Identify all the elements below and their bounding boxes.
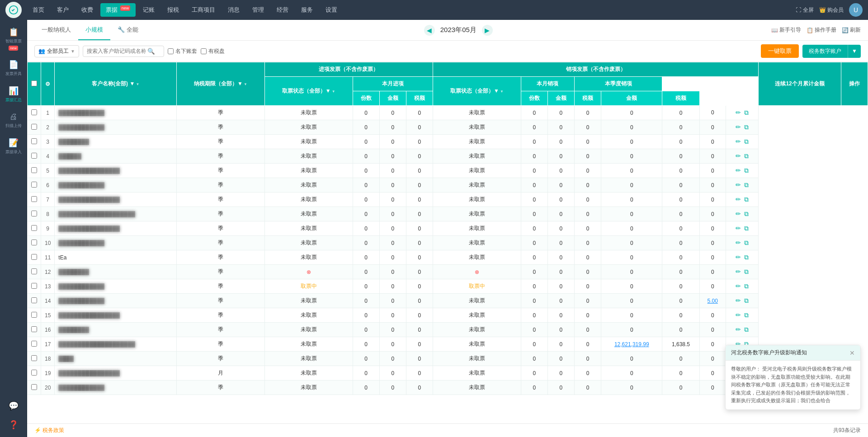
taxdisk-checkbox[interactable] (201, 48, 207, 54)
row-checkbox[interactable] (31, 196, 37, 202)
row-checkbox[interactable] (31, 182, 37, 188)
refresh-btn[interactable]: 🔄 刷新 (842, 26, 861, 34)
checkbox-accounts[interactable]: 名下账套 (168, 47, 197, 55)
th-out-status[interactable]: 取票状态（全部）▼ (433, 77, 521, 106)
copy-icon[interactable]: ⧉ (744, 210, 749, 217)
row-checkbox[interactable] (31, 268, 37, 274)
copy-icon[interactable]: ⧉ (744, 254, 749, 261)
edit-icon[interactable]: ✏ (736, 152, 741, 160)
edit-icon[interactable]: ✏ (736, 239, 741, 246)
nav-billing[interactable]: 收费 (76, 3, 99, 17)
new-guide-btn[interactable]: 📖 新手引导 (771, 26, 801, 34)
row-checkbox[interactable] (31, 138, 37, 144)
row-checkbox[interactable] (31, 370, 37, 376)
th-tax-period[interactable]: 纳税期限（全部）▼ (177, 62, 265, 106)
edit-icon[interactable]: ✏ (736, 123, 741, 131)
checkbox-taxdisk[interactable]: 有税盘 (201, 47, 225, 55)
sidebar-item-entry[interactable]: 📝 票据录入 (2, 134, 25, 159)
nav-tax[interactable]: 报税 (162, 3, 184, 17)
nav-manage[interactable]: 管理 (247, 3, 269, 17)
sidebar-item-help[interactable]: ❓ (2, 416, 25, 433)
copy-icon[interactable]: ⧉ (744, 109, 749, 116)
search-input[interactable] (87, 48, 146, 54)
notification-close-btn[interactable]: ✕ (849, 349, 855, 357)
quarter-amount-value[interactable]: 12,621,319.99 (614, 341, 649, 348)
row-checkbox[interactable] (31, 312, 37, 318)
nav-invoice[interactable]: 票据 new (100, 3, 136, 17)
edit-icon[interactable]: ✏ (736, 326, 741, 333)
manual-btn[interactable]: 📋 操作手册 (807, 26, 836, 34)
th-in-status[interactable]: 取票状态（全部）▼ (264, 77, 353, 106)
cumulative-value[interactable]: 5.00 (708, 298, 718, 304)
accounts-checkbox[interactable] (168, 48, 174, 54)
user-avatar[interactable]: U (849, 3, 863, 17)
edit-icon[interactable]: ✏ (736, 297, 741, 304)
row-checkbox[interactable] (31, 254, 37, 260)
copy-icon[interactable]: ⧉ (744, 311, 749, 319)
tab-general[interactable]: 一般纳税人 (34, 20, 78, 40)
edit-icon[interactable]: ✏ (736, 268, 741, 275)
staff-select[interactable]: 👥 全部员工 ▼ (34, 45, 79, 57)
nav-accounting[interactable]: 记账 (137, 3, 160, 17)
one-key-btn[interactable]: 一键取票 (761, 44, 799, 58)
row-checkbox[interactable] (31, 124, 37, 130)
select-all-checkbox[interactable] (31, 80, 37, 86)
edit-icon[interactable]: ✏ (736, 138, 741, 145)
tab-small[interactable]: 小规模 (78, 20, 110, 40)
nav-customer[interactable]: 客户 (52, 3, 74, 17)
copy-icon[interactable]: ⧉ (744, 268, 749, 275)
sidebar-item-scan[interactable]: 🖨 扫描上传 (2, 108, 25, 132)
copy-icon[interactable]: ⧉ (744, 138, 749, 145)
tax-policy-link[interactable]: ⚡ 税务政策 (34, 427, 64, 434)
copy-icon[interactable]: ⧉ (744, 239, 749, 246)
sidebar-item-intelligent[interactable]: 📋 智能票票 new (2, 23, 25, 54)
edit-icon[interactable]: ✏ (736, 167, 741, 174)
row-checkbox[interactable] (31, 225, 37, 231)
sidebar-item-summary[interactable]: 📊 票据汇总 (2, 82, 25, 107)
nav-home[interactable]: 首页 (27, 3, 50, 17)
sidebar-item-invoice-open[interactable]: 📄 发票开具 (2, 56, 25, 80)
edit-icon[interactable]: ✏ (736, 254, 741, 261)
edit-icon[interactable]: ✏ (736, 311, 741, 319)
copy-icon[interactable]: ⧉ (744, 181, 749, 188)
nav-business[interactable]: 工商项目 (186, 3, 221, 17)
fullscreen-btn[interactable]: ⛶ 全屏 (796, 6, 813, 14)
row-checkbox[interactable] (31, 355, 37, 361)
row-checkbox[interactable] (31, 384, 37, 390)
digital-account-dropdown[interactable]: ▼ (848, 45, 861, 58)
edit-icon[interactable]: ✏ (736, 282, 741, 290)
row-checkbox[interactable] (31, 326, 37, 332)
copy-icon[interactable]: ⧉ (744, 123, 749, 131)
copy-icon[interactable]: ⧉ (744, 167, 749, 174)
row-checkbox[interactable] (31, 211, 37, 216)
row-checkbox[interactable] (31, 341, 37, 347)
sidebar-item-chat[interactable]: 💬 (2, 397, 25, 414)
row-checkbox[interactable] (31, 153, 37, 159)
row-checkbox[interactable] (31, 297, 37, 303)
row-checkbox[interactable] (31, 240, 37, 245)
row-checkbox[interactable] (31, 283, 37, 289)
edit-icon[interactable]: ✏ (736, 181, 741, 188)
digital-account-btn[interactable]: 税务数字账户 (802, 45, 848, 58)
copy-icon[interactable]: ⧉ (744, 297, 749, 304)
nav-service[interactable]: 服务 (296, 3, 318, 17)
row-checkbox[interactable] (31, 167, 37, 173)
edit-icon[interactable]: ✏ (736, 109, 741, 116)
tab-all[interactable]: 🔧 全能 (110, 20, 146, 40)
copy-icon[interactable]: ⧉ (744, 196, 749, 203)
nav-operation[interactable]: 经营 (271, 3, 294, 17)
edit-icon[interactable]: ✏ (736, 196, 741, 203)
copy-icon[interactable]: ⧉ (744, 225, 749, 232)
th-customer-name[interactable]: 客户名称(全部) ▼ (55, 62, 177, 106)
member-btn[interactable]: 👑 购会员 (819, 6, 844, 14)
copy-icon[interactable]: ⧉ (744, 326, 749, 333)
edit-icon[interactable]: ✏ (736, 210, 741, 217)
copy-icon[interactable]: ⧉ (744, 282, 749, 290)
search-button[interactable]: 🔍 (147, 48, 155, 55)
period-prev-btn[interactable]: ◀ (424, 25, 435, 36)
nav-settings[interactable]: 设置 (320, 3, 343, 17)
nav-message[interactable]: 消息 (222, 3, 245, 17)
period-next-btn[interactable]: ▶ (482, 25, 493, 36)
edit-icon[interactable]: ✏ (736, 225, 741, 232)
copy-icon[interactable]: ⧉ (744, 152, 749, 160)
